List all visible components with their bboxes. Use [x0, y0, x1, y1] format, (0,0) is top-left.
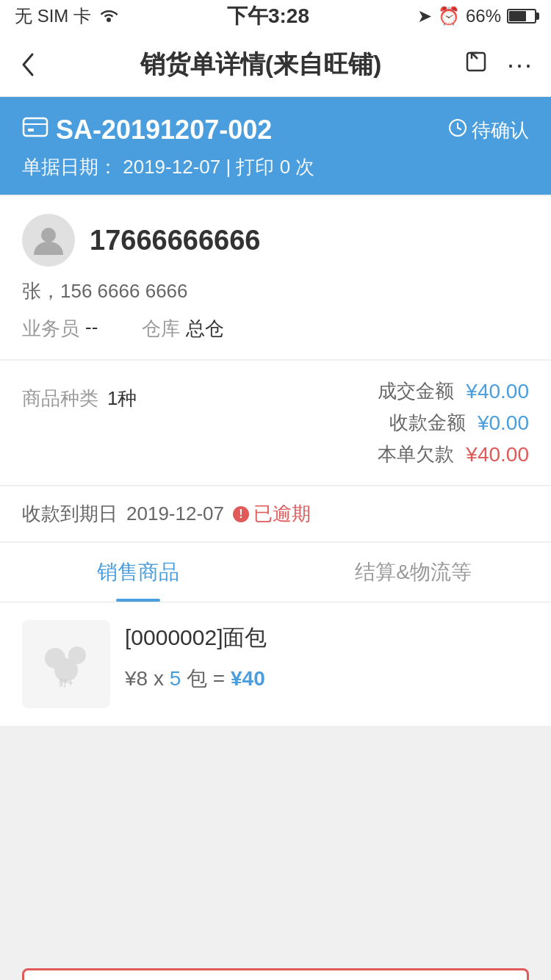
due-date-value: 2019-12-07: [126, 502, 224, 525]
product-name: [0000002]面包: [125, 623, 529, 653]
location-icon: ➤: [417, 6, 432, 26]
tabs-container: 销售商品 结算&物流等: [0, 543, 551, 602]
product-info: [0000002]面包 ¥8 x 5 包 = ¥40: [125, 620, 529, 693]
share-icon[interactable]: [463, 48, 489, 80]
order-date-line: 单据日期： 2019-12-07 | 打印 0 次: [22, 154, 529, 180]
tab-bar: 销售商品 结算&物流等: [0, 543, 551, 602]
due-date-card: 收款到期日 2019-12-07 ! 已逾期: [0, 486, 551, 541]
status-left: 无 SIM 卡: [15, 4, 119, 28]
amount-section: 成交金额 ¥40.00 收款金额 ¥0.00 本单欠款 ¥40.00: [378, 378, 529, 467]
debt-label: 本单欠款: [378, 442, 454, 467]
svg-text:野+: 野+: [59, 678, 73, 688]
tab-sales-products[interactable]: 销售商品: [0, 543, 276, 602]
received-label: 收款金额: [389, 410, 466, 436]
due-date-label: 收款到期日: [22, 501, 118, 527]
received-row: 收款金额 ¥0.00: [378, 410, 529, 436]
confirm-order-button[interactable]: 旺铺订单确认: [22, 968, 529, 980]
overdue-icon: !: [233, 506, 249, 522]
page-title: 销货单详情(来自旺铺): [62, 48, 460, 82]
debt-row: 本单欠款 ¥40.00: [378, 442, 529, 467]
back-button[interactable]: [18, 48, 62, 81]
order-status-text: 待确认: [472, 118, 529, 143]
transaction-value: ¥40.00: [466, 380, 529, 403]
tab-settlement[interactable]: 结算&物流等: [276, 543, 551, 602]
goods-type-label: 商品种类: [22, 386, 98, 411]
overdue-badge: ! 已逾期: [233, 501, 311, 527]
qty-value: 5: [170, 667, 181, 690]
product-price: ¥8 x 5 包 = ¥40: [125, 665, 529, 693]
clock-icon: [448, 118, 467, 143]
sales-info: 业务员 --: [22, 316, 98, 342]
transaction-label: 成交金额: [378, 378, 454, 404]
wifi-icon: [98, 6, 119, 26]
order-icon: [22, 115, 48, 145]
product-item: 野+ [0000002]面包 ¥8 x 5 包 = ¥40: [22, 620, 529, 708]
transaction-row: 成交金额 ¥40.00: [378, 378, 529, 404]
avatar: [22, 214, 75, 267]
alarm-icon: ⏰: [438, 6, 460, 26]
svg-line-7: [458, 128, 461, 129]
battery-icon: [507, 9, 536, 24]
overdue-text: 已逾期: [253, 501, 311, 527]
status-badge: 待确认: [448, 118, 529, 143]
bottom-area: 旺铺订单确认: [0, 946, 551, 980]
svg-point-8: [41, 228, 56, 242]
goods-type-value: 1种: [107, 386, 137, 411]
nav-bar: 销货单详情(来自旺铺) ···: [0, 32, 551, 97]
more-icon[interactable]: ···: [507, 49, 533, 80]
order-header-card: SA-20191207-002 待确认 单据日期： 2019-12-07 | 打…: [0, 97, 551, 195]
svg-rect-0: [467, 53, 485, 71]
status-bar: 无 SIM 卡 下午3:28 ➤ ⏰ 66%: [0, 0, 551, 32]
goods-type-section: 商品种类 1种: [22, 378, 378, 411]
customer-card: 17666666666 张，156 6666 6666 业务员 -- 仓库 总仓: [0, 196, 551, 359]
nav-actions: ···: [460, 48, 533, 80]
total-price: ¥40: [231, 667, 265, 690]
customer-info: 张，156 6666 6666: [22, 278, 529, 304]
empty-content-area: [0, 726, 551, 946]
customer-phone: 17666666666: [90, 225, 260, 256]
svg-rect-2: [24, 118, 47, 136]
carrier-text: 无 SIM 卡: [15, 4, 91, 28]
status-right: ➤ ⏰ 66%: [417, 6, 536, 26]
svg-rect-4: [28, 129, 34, 131]
debt-value: ¥40.00: [466, 443, 529, 466]
order-number: SA-20191207-002: [22, 115, 272, 145]
customer-meta: 业务员 -- 仓库 总仓: [22, 316, 529, 342]
product-list: 野+ [0000002]面包 ¥8 x 5 包 = ¥40: [0, 602, 551, 726]
battery-text: 66%: [466, 6, 501, 26]
time-display: 下午3:28: [227, 2, 309, 30]
warehouse-info: 仓库 总仓: [142, 316, 224, 342]
product-thumbnail: 野+: [22, 620, 110, 708]
stats-card: 商品种类 1种 成交金额 ¥40.00 收款金额 ¥0.00 本单欠款 ¥40.…: [0, 361, 551, 485]
received-value: ¥0.00: [478, 411, 529, 435]
